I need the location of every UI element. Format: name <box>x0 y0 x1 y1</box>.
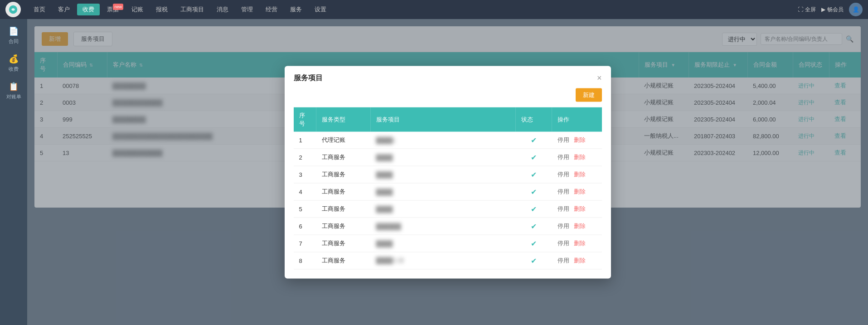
modal-cell-status: ✔ <box>516 166 552 183</box>
stop-button[interactable]: 停用 <box>558 171 569 178</box>
nav-bizproject[interactable]: 工商项目 <box>175 4 209 15</box>
new-badge: new <box>113 4 123 10</box>
member-btn[interactable]: ▶ 畅会员 <box>821 6 844 14</box>
modal-cell-action: 停用 删除 <box>552 218 602 235</box>
avatar-icon: 👤 <box>853 6 859 13</box>
modal-cell-action: 停用 删除 <box>552 166 602 183</box>
modal-cell-type: 工商服务 <box>316 183 371 200</box>
nav-fee[interactable]: 收费 <box>77 4 100 15</box>
modal-cell-status: ✔ <box>516 252 552 269</box>
service-items-table: 序号 服务类型 服务项目 状态 操作 1 代理记账 ████1 ✔ 停用 删除 <box>294 107 602 269</box>
modal-th-type: 服务类型 <box>316 107 371 131</box>
nav-tax[interactable]: 报税 <box>150 4 173 15</box>
modal-cell-seq: 3 <box>294 166 316 183</box>
status-check-icon: ✔ <box>531 205 537 213</box>
delete-button[interactable]: 删除 <box>574 240 586 247</box>
top-nav: 首页 客户 收费 票据 new 记账 报税 工商项目 消息 管理 经营 服务 设… <box>0 0 868 19</box>
modal-cell-type: 工商服务 <box>316 149 371 166</box>
sidebar-item-fee[interactable]: 💰 收费 <box>2 50 25 76</box>
modal-table-row: 7 工商服务 ████ ✔ 停用 删除 <box>294 235 602 252</box>
modal-table-wrap: 序号 服务类型 服务项目 状态 操作 1 代理记账 ████1 ✔ 停用 删除 <box>285 107 611 278</box>
modal-cell-type: 工商服务 <box>316 166 371 183</box>
fullscreen-icon: ⛶ <box>798 6 803 13</box>
modal-cell-type: 工商服务 <box>316 200 371 218</box>
status-check-icon: ✔ <box>531 239 537 247</box>
modal-cell-item: ████ <box>371 200 516 218</box>
nav-ticket[interactable]: 票据 new <box>102 4 124 15</box>
modal-cell-item: ████注册 <box>371 252 516 269</box>
stop-button[interactable]: 停用 <box>558 240 569 247</box>
modal-cell-item: ████ <box>371 149 516 166</box>
modal-cell-item: ████ <box>371 235 516 252</box>
stop-button[interactable]: 停用 <box>558 136 569 143</box>
modal-cell-status: ✔ <box>516 183 552 200</box>
logo <box>5 2 21 17</box>
modal-cell-item: ████ <box>371 166 516 183</box>
status-check-icon: ✔ <box>531 188 537 195</box>
modal-cell-type: 工商服务 <box>316 218 371 235</box>
modal-cell-status: ✔ <box>516 200 552 218</box>
sidebar-item-reconcile[interactable]: 📋 对账单 <box>2 78 25 104</box>
modal-header: 服务项目 × <box>285 66 611 82</box>
stop-button[interactable]: 停用 <box>558 223 569 229</box>
modal-th-action: 操作 <box>552 107 602 131</box>
modal-close-button[interactable]: × <box>597 74 602 82</box>
modal-cell-type: 工商服务 <box>316 235 371 252</box>
modal-cell-status: ✔ <box>516 235 552 252</box>
delete-button[interactable]: 删除 <box>574 205 586 212</box>
delete-button[interactable]: 删除 <box>574 171 586 178</box>
modal-cell-seq: 4 <box>294 183 316 200</box>
modal-table-row: 8 工商服务 ████注册 ✔ 停用 删除 <box>294 252 602 269</box>
fullscreen-btn[interactable]: ⛶ 全屏 <box>798 6 816 14</box>
modal-cell-seq: 6 <box>294 218 316 235</box>
modal-cell-action: 停用 删除 <box>552 200 602 218</box>
nav-service[interactable]: 服务 <box>285 4 307 15</box>
modal-cell-action: 停用 删除 <box>552 149 602 166</box>
modal-cell-status: ✔ <box>516 218 552 235</box>
avatar[interactable]: 👤 <box>849 3 863 16</box>
stop-button[interactable]: 停用 <box>558 188 569 195</box>
reconcile-icon: 📋 <box>9 82 19 92</box>
delete-button[interactable]: 删除 <box>574 223 586 229</box>
right-actions: ⛶ 全屏 ▶ 畅会员 👤 <box>798 3 863 16</box>
service-modal: 服务项目 × 新建 序号 服务类型 服务项目 状态 操作 <box>285 66 611 278</box>
stop-button[interactable]: 停用 <box>558 205 569 212</box>
modal-cell-action: 停用 删除 <box>552 252 602 269</box>
sidebar-item-contract[interactable]: 📄 合同 <box>2 23 25 49</box>
nav-message[interactable]: 消息 <box>211 4 234 15</box>
delete-button[interactable]: 删除 <box>574 188 586 195</box>
nav-client[interactable]: 客户 <box>53 4 75 15</box>
status-check-icon: ✔ <box>531 170 537 178</box>
stop-button[interactable]: 停用 <box>558 257 569 264</box>
modal-cell-seq: 8 <box>294 252 316 269</box>
member-icon: ▶ <box>821 6 825 13</box>
nav-settings[interactable]: 设置 <box>309 4 332 15</box>
nav-bookkeeping[interactable]: 记账 <box>126 4 149 15</box>
left-sidebar: 📄 合同 💰 收费 📋 对账单 <box>0 19 27 325</box>
modal-new-button[interactable]: 新建 <box>576 88 602 102</box>
modal-table-row: 5 工商服务 ████ ✔ 停用 删除 <box>294 200 602 218</box>
nav-operation[interactable]: 经营 <box>260 4 283 15</box>
modal-table-row: 1 代理记账 ████1 ✔ 停用 删除 <box>294 131 602 149</box>
main-layout: 📄 合同 💰 收费 📋 对账单 新增 服务项目 进行中 已完成 已终 <box>0 19 868 325</box>
modal-cell-item: ████1 <box>371 131 516 149</box>
modal-cell-seq: 7 <box>294 235 316 252</box>
fee-icon: 💰 <box>9 54 19 64</box>
modal-table-row: 4 工商服务 ████ ✔ 停用 删除 <box>294 183 602 200</box>
modal-th-status: 状态 <box>516 107 552 131</box>
modal-title: 服务项目 <box>294 73 323 82</box>
modal-cell-action: 停用 删除 <box>552 131 602 149</box>
modal-cell-action: 停用 删除 <box>552 183 602 200</box>
delete-button[interactable]: 删除 <box>574 136 586 143</box>
nav-manage[interactable]: 管理 <box>236 4 258 15</box>
stop-button[interactable]: 停用 <box>558 154 569 160</box>
modal-cell-status: ✔ <box>516 131 552 149</box>
delete-button[interactable]: 删除 <box>574 257 586 264</box>
nav-home[interactable]: 首页 <box>28 4 51 15</box>
modal-table-row: 2 工商服务 ████ ✔ 停用 删除 <box>294 149 602 166</box>
modal-table-row: 3 工商服务 ████ ✔ 停用 删除 <box>294 166 602 183</box>
modal-cell-action: 停用 删除 <box>552 235 602 252</box>
delete-button[interactable]: 删除 <box>574 154 586 160</box>
modal-th-seq: 序号 <box>294 107 316 131</box>
nav-items: 首页 客户 收费 票据 new 记账 报税 工商项目 消息 管理 经营 服务 设… <box>28 4 798 15</box>
